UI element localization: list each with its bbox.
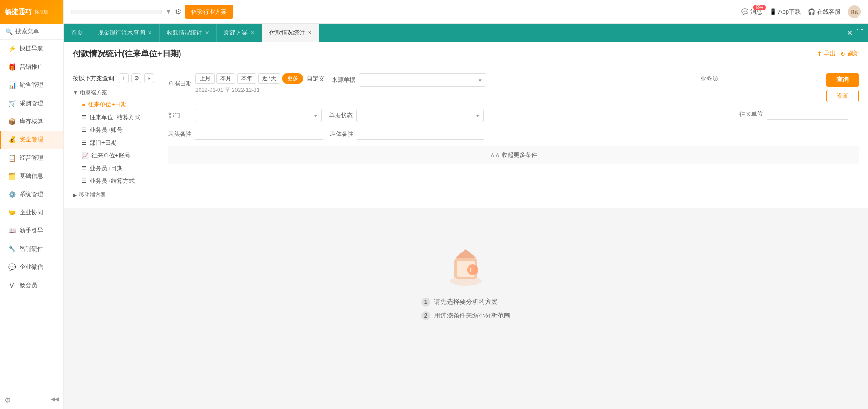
refresh-icon: ↻: [840, 50, 845, 57]
try-industry-button[interactable]: 体验行业方案: [185, 5, 233, 19]
tip-number-1: 1: [421, 298, 430, 307]
tabs-bar: 首页 现金银行流水查询 ✕ 收款情况统计 ✕ 新建方案 ✕ 付款情况统计 ✕ ✕…: [64, 24, 868, 42]
add-scheme-button[interactable]: +: [119, 73, 129, 83]
filter-sidebar-actions: + ⚙ «: [119, 73, 154, 83]
scheme-settings-button[interactable]: ⚙: [131, 73, 141, 83]
tab-home[interactable]: 首页: [64, 24, 90, 42]
svg-text:!: !: [470, 267, 472, 273]
scheme-item-dept-date[interactable]: ☰ 部门+日期: [73, 136, 154, 149]
body-note-label: 表体备注: [330, 130, 354, 138]
sidebar-item-system[interactable]: ⚙️ 系统管理: [0, 185, 63, 203]
chevron-down-icon: ▼: [165, 8, 171, 15]
scheme-doc-icon: ☰: [82, 114, 87, 121]
last-7days-btn[interactable]: 近7天: [258, 73, 280, 84]
tab-bank-label: 现金银行流水查询: [98, 29, 145, 37]
sidebar-item-guide[interactable]: 📖 新手引导: [0, 222, 63, 240]
address-bar[interactable]: [71, 10, 162, 14]
empty-tip-1: 1 请先选择要分析的方案: [421, 298, 510, 307]
export-button[interactable]: ⬆ 导出: [817, 50, 836, 58]
online-service-button[interactable]: 🎧 在线客服: [808, 8, 841, 16]
filter-sidebar-header: 按以下方案查询 + ⚙ «: [73, 73, 154, 83]
chevron-left-icon: «: [148, 75, 151, 81]
sidebar-item-marketing[interactable]: 🎁 营销推广: [0, 58, 63, 76]
source-field: 来源单据: [332, 73, 693, 87]
sidebar-item-quick-nav[interactable]: ⚡ 快捷导航: [0, 40, 63, 58]
sidebar-item-operation[interactable]: 📋 经营管理: [0, 149, 63, 167]
service-icon: 🎧: [808, 8, 815, 15]
dept-select[interactable]: [195, 109, 322, 122]
source-select[interactable]: [359, 73, 486, 87]
basic-icon: 🗂️: [8, 172, 16, 180]
enterprise-icon: 🤝: [8, 208, 16, 217]
tab-bank-close-icon[interactable]: ✕: [148, 30, 152, 36]
sidebar-settings-icon[interactable]: ⚙: [5, 396, 11, 404]
sidebar-item-finance[interactable]: 💰 资金管理: [0, 131, 63, 149]
sidebar-item-purchase[interactable]: 🛒 采购管理: [0, 94, 63, 112]
mobile-group-title[interactable]: ▶ 移动端方案: [73, 189, 154, 201]
sidebar-item-hardware[interactable]: 🔧 智能硬件: [0, 240, 63, 258]
sidebar-collapse-icon[interactable]: ◀◀: [50, 396, 59, 404]
query-button[interactable]: 查询: [826, 73, 859, 87]
settings-button[interactable]: 设置: [826, 90, 859, 102]
operation-icon: 📋: [8, 154, 16, 162]
partner-input[interactable]: [767, 109, 848, 120]
message-button[interactable]: 💬 消息 99+: [741, 8, 762, 16]
tab-receipt-close-icon[interactable]: ✕: [205, 30, 209, 36]
dept-label: 部门: [168, 111, 191, 120]
scheme-item-staff-date[interactable]: ☰ 业务员+日期: [73, 162, 154, 175]
avatar: Rit: [848, 5, 861, 18]
date-field: 单据日期 上月 本月 本年 近7天 更多 自定义 2022-01-01 至 20…: [168, 73, 324, 94]
collapse-more-button[interactable]: ∧∧ 收起更多条件: [168, 146, 859, 164]
sidebar-item-member[interactable]: V 畅会员: [0, 276, 63, 294]
sidebar-item-label: 经营管理: [20, 154, 43, 162]
custom-date-btn[interactable]: 自定义: [307, 75, 324, 83]
scheme-item-unit-settle[interactable]: ☰ 往来单位+结算方式: [73, 111, 154, 124]
topbar-right: 💬 消息 99+ 📱 App下载 🎧 在线客服 Rit: [741, 5, 861, 18]
app-download-button[interactable]: 📱 App下载: [769, 8, 801, 16]
sidebar-search-item[interactable]: 🔍 搜索菜单: [0, 24, 63, 40]
body-note-input[interactable]: [357, 129, 484, 140]
scheme-collapse-button[interactable]: «: [144, 73, 154, 83]
empty-tip-2: 2 用过滤条件来缩小分析范围: [421, 311, 510, 320]
sidebar-item-inventory[interactable]: 📦 库存核算: [0, 112, 63, 131]
scheme-item-unit-account[interactable]: 📈 往来单位+账号: [73, 149, 154, 162]
sidebar-item-label: 销售管理: [20, 81, 43, 89]
tab-new-scheme-close-icon[interactable]: ✕: [250, 30, 254, 36]
scheme-item-staff-account[interactable]: ☰ 业务员+账号: [73, 124, 154, 136]
tab-payment[interactable]: 付款情况统计 ✕: [262, 24, 319, 42]
sidebar-item-sales[interactable]: 📊 销售管理: [0, 76, 63, 94]
sidebar-item-basic[interactable]: 🗂️ 基础信息: [0, 167, 63, 185]
scheme-item-staff-settle[interactable]: ☰ 业务员+结算方式: [73, 175, 154, 187]
this-month-btn[interactable]: 本月: [216, 73, 235, 84]
tab-payment-close-icon[interactable]: ✕: [308, 30, 312, 36]
empty-tips: 1 请先选择要分析的方案 2 用过滤条件来缩小分析范围: [421, 298, 510, 320]
sidebar-search-label: 搜索菜单: [15, 27, 39, 35]
refresh-button[interactable]: ↻ 刷新: [840, 50, 859, 58]
app-label: App下载: [778, 8, 801, 16]
last-month-btn[interactable]: 上月: [195, 73, 215, 84]
more-dates-btn[interactable]: 更多: [282, 73, 303, 84]
sidebar-item-enterprise[interactable]: 🤝 企业协同: [0, 203, 63, 222]
status-label: 单据状态: [329, 111, 353, 120]
tab-receipt[interactable]: 收款情况统计 ✕: [160, 24, 217, 42]
header-note-input[interactable]: [195, 129, 323, 140]
status-select[interactable]: [356, 109, 484, 122]
sidebar-footer: ⚙ ◀◀: [0, 391, 63, 409]
tab-bank[interactable]: 现金银行流水查询 ✕: [90, 24, 160, 42]
gear-small-icon: ⚙: [134, 75, 139, 81]
sidebar-item-label: 系统管理: [20, 190, 43, 198]
user-area[interactable]: Rit: [848, 5, 861, 18]
desktop-group-title[interactable]: ▼ 电脑端方案: [73, 87, 154, 98]
this-year-btn[interactable]: 本年: [237, 73, 256, 84]
filter-actions: 查询 设置: [826, 73, 859, 102]
sidebar-item-wechat[interactable]: 💬 企业微信: [0, 258, 63, 276]
scheme-chart-icon: 📈: [82, 152, 89, 159]
scheme-item-unit-date[interactable]: ● 往来单位+日期: [73, 98, 154, 111]
tabs-close-all-icon[interactable]: ✕: [847, 29, 853, 37]
tabs-maximize-icon[interactable]: ⛶: [856, 29, 863, 37]
tab-new-scheme[interactable]: 新建方案 ✕: [217, 24, 262, 42]
chevron-right-icon: ▶: [73, 192, 77, 198]
page-title: 付款情况统计(往来单位+日期): [73, 48, 181, 59]
settings-gear-icon[interactable]: ⚙: [175, 7, 181, 16]
staff-input[interactable]: [727, 73, 808, 84]
